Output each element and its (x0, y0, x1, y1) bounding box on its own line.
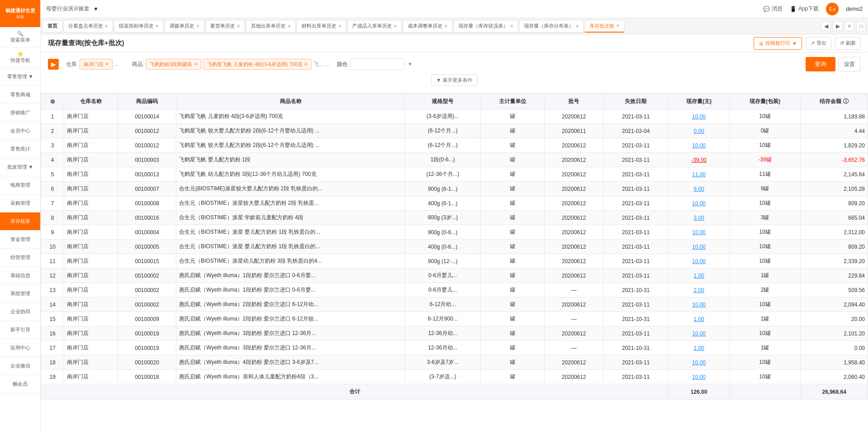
product-more[interactable]: 飞... (313, 61, 323, 68)
warehouse-tag-nanandianmen[interactable]: 南岸门店 × (80, 59, 113, 70)
close-icon[interactable]: × (510, 23, 513, 29)
query-btn[interactable]: 查询 (806, 57, 835, 71)
row-qty-main[interactable]: 10.00 (669, 109, 729, 124)
export-btn[interactable]: ↗ 导出 (806, 37, 831, 50)
row-qty-main[interactable]: 10.00 (669, 138, 729, 153)
page-title: 现存量查询(按仓库+批次) (48, 39, 124, 47)
sidebar-search[interactable]: 🔍 搜索菜单 (0, 27, 41, 47)
warehouse-more[interactable]: ... (114, 61, 119, 67)
row-batch: — (545, 341, 603, 355)
tab-cailiaochudan[interactable]: 材料出库单历史 × (297, 20, 346, 33)
row-qty-main[interactable]: 2.00 (669, 283, 729, 297)
close-icon[interactable]: × (288, 23, 291, 29)
row-qty-main[interactable]: 10.00 (669, 297, 729, 312)
product-tag-1-close[interactable]: × (194, 61, 197, 67)
row-spec: 3-6岁及7岁... (405, 355, 481, 370)
close-icon[interactable]: × (444, 23, 448, 29)
tabs-next-btn[interactable]: ▶ (833, 21, 843, 31)
sidebar-item-wechat[interactable]: 企业微信 (0, 357, 41, 375)
row-qty-main[interactable]: -39.00 (669, 153, 729, 167)
sidebar-item-newbie[interactable]: 新手引导 (0, 321, 41, 339)
message-btn[interactable]: 💬 消息 (763, 5, 783, 13)
color-input[interactable] (350, 58, 405, 70)
sidebar-item-operation[interactable]: 经营管理 (0, 249, 41, 267)
sidebar-item-retail-stat[interactable]: 零售统计 (0, 140, 41, 158)
tab-yaohuo[interactable]: 要货单历史 × (205, 20, 245, 33)
row-qty-main[interactable]: 10.00 (669, 326, 729, 341)
col-settings[interactable]: ⚙ (41, 94, 64, 109)
row-expire: 2021-10-31 (603, 341, 669, 355)
sidebar-item-base-info[interactable]: 基础信息 (0, 267, 41, 285)
close-icon[interactable]: × (394, 23, 397, 29)
tab-home[interactable]: 首页 (42, 20, 62, 33)
sidebar-item-enterprise[interactable]: 企业协同 (0, 303, 41, 321)
table-row: 8 南岸门店 00100016 合生元（BIOSTIME）派星 学龄前儿童配方奶… (41, 211, 868, 225)
tabs-close-btn[interactable]: × (844, 21, 854, 31)
logo-text: 畅捷通好生意 (5, 7, 35, 14)
sidebar-item-retail-mgmt[interactable]: 零售管理 ▼ (0, 68, 41, 86)
tab-xiancunliangfenbu[interactable]: 现存量（库存分布表）× (519, 20, 584, 33)
sidebar-item-retail-shop[interactable]: 零售商城 (0, 86, 41, 104)
sidebar-item-purchase[interactable]: 采购管理 (0, 194, 41, 212)
sidebar-item-sys-mgmt[interactable]: 系统管理 (0, 285, 41, 303)
close-icon[interactable]: × (338, 23, 341, 29)
row-qty-pkg: 10罐 (729, 297, 801, 312)
product-tag-2-close[interactable]: × (304, 61, 307, 67)
tab-chanpinruku[interactable]: 产成品入库单历史 × (347, 20, 402, 33)
product-tag-1[interactable]: 飞鹤奶粉3段两罐装 × (146, 59, 201, 70)
close-icon[interactable]: × (105, 23, 108, 29)
tab-kucunpici[interactable]: 库存批次账 × (585, 20, 624, 33)
close-icon[interactable]: × (237, 23, 240, 29)
row-qty-main[interactable]: 10.00 (669, 225, 729, 240)
settings-btn[interactable]: 设置 (838, 57, 861, 71)
warehouse-tag-close[interactable]: × (105, 61, 108, 67)
product-ellipsis[interactable]: ... (325, 61, 330, 67)
app-download-btn[interactable]: 📱 App下载 (790, 5, 819, 13)
tab-zuzhangchaijian[interactable]: 组装拆卸单历史 × (114, 20, 164, 33)
close-icon[interactable]: × (196, 23, 199, 29)
tab-qitachudan[interactable]: 其他出库单历史 × (246, 20, 296, 33)
close-icon[interactable]: × (576, 23, 579, 29)
sidebar-item-wholesale[interactable]: 批发管理 ▼ (0, 158, 41, 176)
username[interactable]: demo2 (846, 6, 863, 12)
row-qty-main[interactable]: 10.00 (669, 370, 729, 384)
template-print-btn[interactable]: 🖨 按模板打印 ▼ (754, 37, 802, 50)
tab-chenben[interactable]: 成本调整单历史 × (403, 20, 453, 33)
row-qty-main[interactable]: 10.00 (669, 355, 729, 370)
sidebar-item-inventory[interactable]: 库存核算 (0, 212, 41, 231)
sidebar-quick-nav[interactable]: ⭐ 快捷导航 (0, 47, 41, 68)
tabs-prev-btn[interactable]: ◀ (821, 21, 831, 31)
row-name: 飞鹤星飞帆 儿童奶粉 4段(3-6岁适用) 700克 (176, 109, 405, 124)
close-icon[interactable]: × (156, 23, 159, 29)
row-qty-main[interactable]: 11.00 (669, 167, 729, 182)
sidebar-item-app-center[interactable]: 应用中心 (0, 339, 41, 357)
avatar[interactable]: Ea (826, 3, 839, 15)
filter-expand-arrow[interactable]: ▶ (48, 59, 59, 70)
topbar-right: 💬 消息 📱 App下载 Ea demo2 (763, 3, 863, 15)
sidebar-item-marketing[interactable]: 营销推广 (0, 104, 41, 122)
tab-xiancunliangkuankuang[interactable]: 现存量（库存状况表）× (453, 20, 518, 33)
sidebar-item-member[interactable]: 会员中心 (0, 122, 41, 140)
row-qty-main[interactable]: 9.00 (669, 182, 729, 196)
tab-diaoboddan[interactable]: 调拨单历史 × (165, 20, 204, 33)
row-qty-main[interactable]: 10.00 (669, 196, 729, 211)
row-qty-main[interactable]: 1.00 (669, 269, 729, 283)
sidebar-item-finance[interactable]: 资金管理 (0, 231, 41, 249)
tab-fenliangpandian[interactable]: 分量盘点单历史 × (63, 20, 113, 33)
row-qty-main[interactable]: 1.00 (669, 341, 729, 355)
sidebar-item-ecommerce[interactable]: 电商管理 (0, 176, 41, 194)
row-batch: — (545, 312, 603, 326)
refresh-btn[interactable]: ↺ 刷新 (835, 37, 861, 50)
color-dropdown-icon[interactable]: ▼ (407, 61, 413, 67)
sidebar-item-member2[interactable]: 畅会员 (0, 375, 41, 393)
row-qty-main[interactable]: 1.00 (669, 312, 729, 326)
industry-dropdown[interactable]: ▼ (93, 6, 99, 12)
expand-more-btn[interactable]: ▼ 展开更多条件 (431, 74, 477, 86)
product-tag-2[interactable]: 飞鹤星飞帆 儿童奶粉 4段(3-6岁适用) 700克 × (203, 59, 311, 70)
row-qty-main[interactable]: 0.00 (669, 124, 729, 138)
row-qty-main[interactable]: 3.00 (669, 211, 729, 225)
tabs-maximize-btn[interactable]: □ (856, 21, 866, 31)
row-qty-main[interactable]: 10.00 (669, 254, 729, 269)
row-qty-main[interactable]: 10.00 (669, 240, 729, 254)
close-icon[interactable]: × (616, 23, 619, 29)
